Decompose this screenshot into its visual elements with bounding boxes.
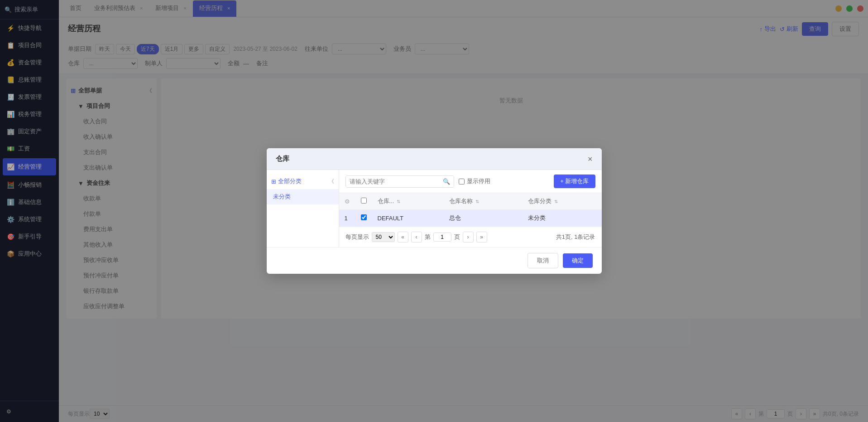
dialog-search-box: 🔍 [345, 175, 454, 188]
dialog-page-prev-btn[interactable]: ‹ [411, 232, 422, 243]
row-category: 未分类 [523, 210, 601, 227]
th-code: 仓库... ⇅ [372, 193, 444, 210]
grid-icon: ⊞ [271, 178, 276, 185]
add-warehouse-btn[interactable]: + 新增仓库 [554, 175, 595, 188]
dialog-sidebar-collapse-btn[interactable]: 《 [329, 178, 334, 185]
dialog-total-info: 共1页, 1条记录 [556, 233, 595, 241]
dialog-page-size-select[interactable]: 50 20 100 [372, 232, 395, 242]
row-id: 1 [339, 210, 355, 227]
table-row[interactable]: 1 DEFAULT 总仓 未分类 [339, 210, 602, 227]
dialog-toolbar: 🔍 显示停用 + 新增仓库 [339, 170, 602, 193]
column-settings-icon[interactable]: ⚙ [345, 198, 350, 205]
th-category: 仓库分类 ⇅ [523, 193, 601, 210]
dialog-sidebar: ⊞ 全部分类 《 未分类 [267, 170, 339, 247]
all-categories-label[interactable]: ⊞ 全部分类 [271, 177, 302, 185]
search-icon[interactable]: 🔍 [439, 176, 454, 187]
dialog-sidebar-uncategorized[interactable]: 未分类 [267, 189, 339, 204]
dialog-page-input[interactable] [433, 233, 451, 242]
dialog-title: 仓库 [276, 155, 289, 163]
sort-code-icon[interactable]: ⇅ [397, 199, 400, 204]
dialog-main: 🔍 显示停用 + 新增仓库 ⚙ [339, 170, 602, 247]
table-body: 1 DEFAULT 总仓 未分类 [339, 210, 602, 227]
dialog-table: ⚙ 仓库... ⇅ 仓库名称 [339, 193, 602, 227]
show-disabled-input[interactable] [459, 179, 465, 184]
dialog-page-first-btn[interactable]: « [398, 232, 408, 243]
row-name: 总仓 [444, 210, 523, 227]
dialog-page-suffix: 页 [454, 233, 460, 241]
dialog-close-btn[interactable]: × [588, 155, 593, 163]
dialog-body: ⊞ 全部分类 《 未分类 🔍 [267, 170, 602, 247]
dialog-header: 仓库 × [267, 148, 602, 170]
dialog-sidebar-header: ⊞ 全部分类 《 [267, 175, 339, 189]
dialog-page-label: 第 [425, 233, 431, 241]
table-header: ⚙ 仓库... ⇅ 仓库名称 [339, 193, 602, 210]
show-disabled-checkbox[interactable]: 显示停用 [459, 177, 490, 185]
row-checkbox[interactable] [361, 214, 367, 220]
select-all-checkbox[interactable] [361, 198, 367, 204]
sort-name-icon[interactable]: ⇅ [475, 199, 479, 204]
dialog-page-next-btn[interactable]: › [463, 232, 474, 243]
row-checkbox-cell [355, 210, 372, 227]
warehouse-table: ⚙ 仓库... ⇅ 仓库名称 [339, 193, 602, 227]
dialog-pagination: 每页显示 50 20 100 « ‹ 第 页 › » 共1页, 1条记录 [339, 227, 602, 247]
dialog-page-size-label: 每页显示 [345, 233, 369, 241]
th-name: 仓库名称 ⇅ [444, 193, 523, 210]
th-settings: ⚙ [339, 193, 355, 210]
sort-category-icon[interactable]: ⇅ [554, 199, 558, 204]
table-header-row: ⚙ 仓库... ⇅ 仓库名称 [339, 193, 602, 210]
dialog-page-last-btn[interactable]: » [476, 232, 487, 243]
th-checkbox [355, 193, 372, 210]
row-code: DEFAULT [372, 210, 444, 227]
confirm-button[interactable]: 确定 [563, 253, 593, 268]
dialog-overlay: 仓库 × ⊞ 全部分类 《 未分类 [0, 0, 868, 422]
cancel-button[interactable]: 取消 [528, 253, 558, 268]
warehouse-dialog: 仓库 × ⊞ 全部分类 《 未分类 [267, 148, 602, 274]
dialog-footer: 取消 确定 [267, 247, 602, 274]
dialog-search-input[interactable] [346, 176, 439, 187]
